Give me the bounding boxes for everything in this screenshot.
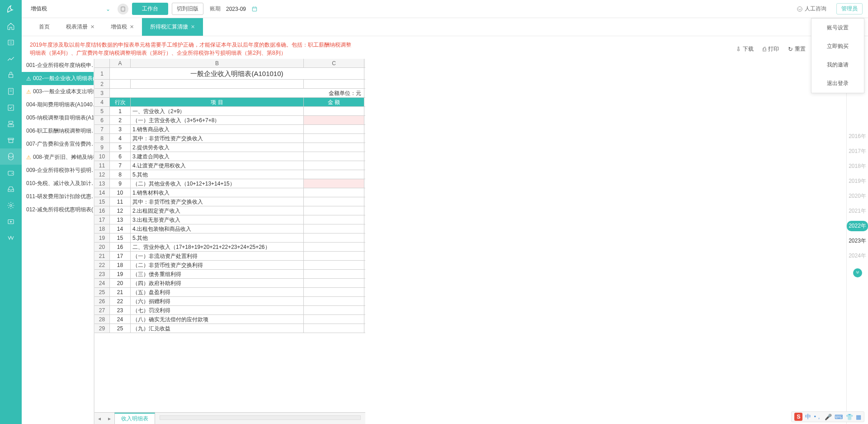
formnav-item[interactable]: 001-企业所得税年度纳税申…: [22, 59, 94, 72]
ime-logo-icon[interactable]: S: [794, 413, 802, 421]
cell-amount[interactable]: [304, 134, 364, 143]
cell-item[interactable]: 一、营业收入（2+9）: [131, 107, 304, 115]
cell-item[interactable]: （二）非货币性资产交换利得: [131, 261, 304, 269]
row-number[interactable]: 8: [94, 134, 110, 143]
row-number[interactable]: 18: [94, 224, 110, 233]
dropdown-logout[interactable]: 退出登录: [811, 74, 864, 93]
row-number[interactable]: 19: [94, 233, 110, 242]
cell-rownum[interactable]: 7: [110, 161, 131, 170]
nav-tax-icon[interactable]: [0, 148, 22, 165]
cell-item[interactable]: 其中：非货币性资产交换收入: [131, 197, 304, 206]
cell-amount[interactable]: [304, 243, 364, 251]
select-all-corner[interactable]: [94, 59, 110, 67]
nav-settings-icon[interactable]: [0, 197, 22, 214]
cell-item[interactable]: （五）盘盈利得: [131, 288, 304, 296]
nav-voucher-icon[interactable]: [0, 34, 22, 51]
cell-amount[interactable]: [304, 116, 364, 124]
reset-button[interactable]: ↻重置: [788, 45, 806, 53]
row-number[interactable]: 29: [94, 324, 110, 333]
formnav-item[interactable]: 009-企业所得税弥补亏损明…: [22, 164, 94, 177]
row-number[interactable]: 16: [94, 206, 110, 215]
nav-funds-icon[interactable]: [0, 67, 22, 83]
nav-vip-icon[interactable]: [0, 230, 22, 246]
col-header-c[interactable]: C: [304, 59, 364, 67]
cell-rownum[interactable]: 16: [110, 243, 131, 251]
cell-item[interactable]: （六）捐赠利得: [131, 297, 304, 305]
row-number[interactable]: 15: [94, 197, 110, 206]
cell-item[interactable]: 2.出租固定资产收入: [131, 206, 304, 215]
cell-rownum[interactable]: 25: [110, 324, 131, 333]
dropdown-account-settings[interactable]: 账号设置: [811, 19, 864, 37]
year-item[interactable]: 2017年: [847, 146, 868, 157]
cell-item[interactable]: （一）主营业务收入（3+5+6+7+8）: [131, 116, 304, 124]
col-header-a[interactable]: A: [110, 59, 131, 67]
cell-item[interactable]: （八）确实无法偿付的应付款项: [131, 315, 304, 324]
sheet-tab[interactable]: 收入明细表: [114, 413, 155, 424]
row-number[interactable]: 28: [94, 315, 110, 324]
cell-item[interactable]: 二、营业外收入（17+18+19+20+21+22+23+24+25+26）: [131, 243, 304, 251]
row-number[interactable]: 12: [94, 170, 110, 179]
cell-item[interactable]: 3.出租无形资产收入: [131, 215, 304, 224]
cell-amount[interactable]: [304, 179, 364, 188]
cell-amount[interactable]: [304, 170, 364, 179]
row-number[interactable]: 25: [94, 288, 110, 296]
nav-audit-icon[interactable]: [0, 100, 22, 116]
cell-item[interactable]: 4.出租包装物和商品收入: [131, 224, 304, 233]
close-icon[interactable]: ✕: [90, 24, 94, 30]
horizontal-scrollbar[interactable]: [160, 415, 361, 422]
cell-rownum[interactable]: 23: [110, 306, 131, 314]
nav-home-icon[interactable]: [0, 18, 22, 34]
cell-amount[interactable]: [304, 252, 364, 260]
cell-amount[interactable]: [304, 188, 364, 197]
row-number[interactable]: 23: [94, 270, 110, 278]
cell-rownum[interactable]: 8: [110, 170, 131, 179]
entity-selector[interactable]: 增值税 ⌄: [27, 5, 114, 13]
formnav-item[interactable]: 010-免税、减计收入及加计…: [22, 177, 94, 190]
nav-stamp-icon[interactable]: [0, 116, 22, 132]
note-icon-button[interactable]: [118, 4, 128, 14]
year-item[interactable]: 2016年: [847, 131, 868, 142]
row-number[interactable]: 5: [94, 107, 110, 115]
ime-keyboard-icon[interactable]: ⌨: [835, 414, 843, 420]
cell-amount[interactable]: [304, 233, 364, 242]
cell-rownum[interactable]: 10: [110, 188, 131, 197]
close-icon[interactable]: ✕: [191, 24, 195, 30]
cell-amount[interactable]: [304, 261, 364, 269]
cell-item[interactable]: 3.建造合同收入: [131, 152, 304, 161]
cell-amount[interactable]: [304, 315, 364, 324]
nav-wallet-icon[interactable]: [0, 165, 22, 181]
row-number[interactable]: 9: [94, 143, 110, 152]
formnav-item[interactable]: ⚠008-资产折旧、摊销及纳税…: [22, 151, 94, 164]
cell-rownum[interactable]: 22: [110, 297, 131, 305]
year-item[interactable]: 2023年: [847, 236, 868, 246]
cell-item[interactable]: （七）罚没利得: [131, 306, 304, 314]
cell-item[interactable]: 1.销售材料收入: [131, 188, 304, 197]
cell-rownum[interactable]: 2: [110, 116, 131, 124]
period-value[interactable]: 2023-09: [226, 6, 246, 12]
year-item[interactable]: 2019年: [847, 176, 868, 186]
app-logo[interactable]: [0, 0, 22, 18]
cell-item[interactable]: 5.其他: [131, 170, 304, 179]
cell-amount[interactable]: [304, 215, 364, 224]
formnav-item[interactable]: 006-职工薪酬纳税调整明细…: [22, 124, 94, 138]
cell-item[interactable]: 4.让渡资产使用权收入: [131, 161, 304, 170]
year-more-icon[interactable]: [853, 268, 862, 277]
row-number[interactable]: 14: [94, 188, 110, 197]
cell-amount[interactable]: [304, 197, 364, 206]
print-button[interactable]: ⎙打印: [763, 45, 779, 53]
cell-rownum[interactable]: 20: [110, 279, 131, 287]
cell-rownum[interactable]: 19: [110, 270, 131, 278]
ime-skin-icon[interactable]: 👕: [846, 414, 853, 420]
cell-item[interactable]: （九）汇兑收益: [131, 324, 304, 333]
row-number[interactable]: 17: [94, 215, 110, 224]
cell-item[interactable]: 1.销售商品收入: [131, 125, 304, 133]
consult-link[interactable]: 人工咨询: [794, 5, 829, 13]
row-number[interactable]: 21: [94, 252, 110, 260]
ime-punct-icon[interactable]: •，: [814, 413, 822, 421]
cell-amount[interactable]: [304, 224, 364, 233]
cell-amount[interactable]: [304, 143, 364, 152]
cell-amount[interactable]: [304, 206, 364, 215]
nav-archive-icon[interactable]: [0, 132, 22, 148]
row-number[interactable]: 26: [94, 297, 110, 305]
ime-toolbox-icon[interactable]: ▦: [856, 414, 861, 420]
